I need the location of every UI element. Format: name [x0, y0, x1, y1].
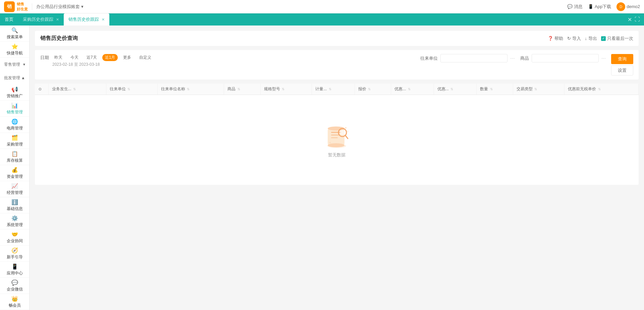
table-body: 暂无数据	[35, 95, 639, 185]
nav-app-item[interactable]: 📱 App下载	[588, 4, 611, 10]
export-icon: ↓	[585, 36, 587, 41]
th-counterparty-name[interactable]: 往来单位名称 ⇅	[158, 84, 224, 95]
import-label: 导入	[572, 36, 581, 42]
date-btn-more[interactable]: 更多	[120, 54, 134, 61]
filter-date-row: 日期 昨天 今天 近7天 近1月 更多 自定义	[40, 54, 415, 61]
main-content: 销售历史价查询 ❓ 帮助 ↻ 导入 ↓ 导出 ✓ 只看最后一次 日期	[30, 25, 644, 310]
only-last-checkbox[interactable]: ✓	[601, 36, 606, 41]
tab-purchase-label: 采购历史价跟踪	[23, 16, 53, 22]
sidebar-item-operations[interactable]: 📈 经营管理	[0, 181, 29, 197]
tab-home-label: 首页	[5, 16, 13, 22]
sidebar-item-appstore[interactable]: 📱 应用中心	[0, 262, 29, 278]
close-all-icon[interactable]: ✕	[628, 16, 632, 23]
counterparty-search-icon[interactable]: ···	[510, 55, 515, 61]
wechat-icon: 💬	[11, 279, 18, 286]
th-discount1[interactable]: 优惠... ⇅	[391, 84, 434, 95]
th-discount2[interactable]: 优惠... ⇅	[434, 84, 476, 95]
goods-input[interactable]	[532, 54, 599, 62]
th-counterparty-code[interactable]: 往来单位 ⇅	[106, 84, 157, 95]
logo-icon: 销	[4, 1, 15, 12]
empty-text: 暂无数据	[328, 152, 345, 158]
svg-point-10	[345, 127, 346, 128]
table-header-row: ⚙ 业务发生... ⇅ 往来单位 ⇅ 往来单位名称 ⇅ 商品 ⇅	[35, 84, 639, 95]
help-action[interactable]: ❓ 帮助	[548, 36, 563, 42]
date-btn-today[interactable]: 今天	[68, 54, 81, 61]
topbar: 销 销售好生意 办公用品行业模拟账套 ▾ 💬 消息 📱 App下载 D demo…	[0, 0, 644, 13]
sidebar-item-wholesale[interactable]: 批发管理 ▲	[0, 71, 29, 85]
sidebar-item-ecommerce[interactable]: 🌐 电商管理	[0, 117, 29, 133]
logo-text: 销售好生意	[17, 2, 28, 11]
sidebar-item-shortcut[interactable]: ⭐ 快捷导航	[0, 42, 29, 58]
tab-sales[interactable]: 销售历史价跟踪 ✕	[64, 13, 109, 25]
th-goods[interactable]: 商品 ⇅	[224, 84, 261, 95]
sidebar-item-basic[interactable]: ℹ️ 基础信息	[0, 197, 29, 213]
th-unit[interactable]: 计量... ⇅	[312, 84, 355, 95]
date-btn-7days[interactable]: 近7天	[84, 54, 100, 61]
sort-counterparty-code-icon: ⇅	[127, 87, 130, 91]
sidebar-item-search[interactable]: 🔍 搜索菜单	[0, 25, 29, 42]
sort-biz-date-icon: ⇅	[73, 87, 76, 91]
gear-icon[interactable]: ⚙	[38, 87, 42, 92]
sidebar-item-purchase[interactable]: 🗂️ 采购管理	[0, 133, 29, 149]
th-biz-date[interactable]: 业务发生... ⇅	[48, 84, 106, 95]
query-button[interactable]: 查询	[611, 54, 633, 64]
th-quantity[interactable]: 数量 ⇅	[477, 84, 513, 95]
tab-purchase[interactable]: 采购历史价跟踪 ✕	[18, 13, 64, 25]
empty-state-illustration	[322, 122, 352, 152]
sidebar-ecommerce-label: 电商管理	[7, 125, 23, 131]
member-icon: 👑	[11, 296, 18, 302]
sidebar-item-member[interactable]: 👑 畅会员	[0, 294, 29, 310]
sort-discount1-icon: ⇅	[408, 87, 411, 91]
sidebar: 🔍 搜索菜单 ⭐ 快捷导航 零售管理 ▾ 批发管理 ▲ 📢 营销推广 📊 销售管…	[0, 25, 30, 310]
data-table: ⚙ 业务发生... ⇅ 往来单位 ⇅ 往来单位名称 ⇅ 商品 ⇅	[35, 84, 639, 185]
sort-pretax-price-icon: ⇅	[598, 87, 601, 91]
page-header-actions: ❓ 帮助 ↻ 导入 ↓ 导出 ✓ 只看最后一次	[548, 36, 634, 42]
settings-button[interactable]: 设置	[611, 65, 633, 75]
help-label: 帮助	[554, 36, 563, 42]
import-action[interactable]: ↻ 导入	[567, 36, 581, 42]
tab-home[interactable]: 首页	[0, 13, 18, 25]
logo-area: 销 销售好生意	[4, 1, 28, 12]
export-action[interactable]: ↓ 导出	[585, 36, 597, 42]
app-icon: 📱	[588, 4, 593, 9]
filter-actions: 查询 设置	[611, 54, 633, 75]
nav-msg-label: 消息	[574, 4, 583, 10]
th-trade-type[interactable]: 交易类型 ⇅	[513, 84, 564, 95]
sidebar-finance-label: 资金管理	[7, 174, 23, 179]
th-quote[interactable]: 报价 ⇅	[355, 84, 391, 95]
sidebar-item-sales[interactable]: 📊 销售管理	[0, 101, 29, 117]
sidebar-item-system[interactable]: ⚙️ 系统管理	[0, 213, 29, 229]
sidebar-item-marketing[interactable]: 📢 营销推广	[0, 85, 29, 101]
goods-search-icon[interactable]: ···	[601, 55, 606, 61]
date-btn-custom[interactable]: 自定义	[137, 54, 154, 61]
counterparty-input[interactable]	[440, 54, 507, 62]
date-btn-yesterday[interactable]: 昨天	[52, 54, 65, 61]
only-last-checkbox-group[interactable]: ✓ 只看最后一次	[601, 36, 633, 42]
app-title: 办公用品行业模拟账套	[36, 4, 80, 10]
date-btn-1month[interactable]: 近1月	[102, 54, 118, 61]
import-icon: ↻	[567, 36, 571, 41]
app-title-dropdown[interactable]: 办公用品行业模拟账套 ▾	[36, 4, 84, 10]
sidebar-member-label: 畅会员	[9, 303, 21, 308]
sidebar-item-retail[interactable]: 零售管理 ▾	[0, 58, 29, 71]
sidebar-item-finance[interactable]: 💰 资金管理	[0, 165, 29, 181]
sidebar-item-wechat[interactable]: 💬 企业微信	[0, 278, 29, 294]
guide-icon: 🧭	[11, 247, 18, 254]
sidebar-item-guide[interactable]: 🧭 新手引导	[0, 246, 29, 262]
th-pretax-price[interactable]: 优惠前无税单价 ⇅	[565, 84, 639, 95]
tab-purchase-close-icon[interactable]: ✕	[56, 17, 59, 22]
basic-icon: ℹ️	[11, 199, 18, 205]
th-spec[interactable]: 规格型号 ⇅	[260, 84, 312, 95]
sidebar-search-label: 搜索菜单	[7, 34, 23, 40]
user-item[interactable]: D demo2	[616, 2, 640, 11]
empty-state-cell: 暂无数据	[35, 95, 639, 185]
nav-msg-item[interactable]: 💬 消息	[567, 4, 583, 10]
tab-sales-close-icon[interactable]: ✕	[102, 17, 105, 22]
sidebar-item-enterprise[interactable]: 🤝 企业协同	[0, 229, 29, 246]
sidebar-item-inventory[interactable]: 📋 库存核算	[0, 149, 29, 165]
topbar-divider	[32, 3, 32, 10]
tabbar-actions: ✕ ⛶	[628, 16, 644, 23]
sort-goods-icon: ⇅	[237, 87, 240, 91]
dropdown-arrow-icon: ▾	[81, 4, 84, 9]
maximize-icon[interactable]: ⛶	[635, 16, 640, 22]
